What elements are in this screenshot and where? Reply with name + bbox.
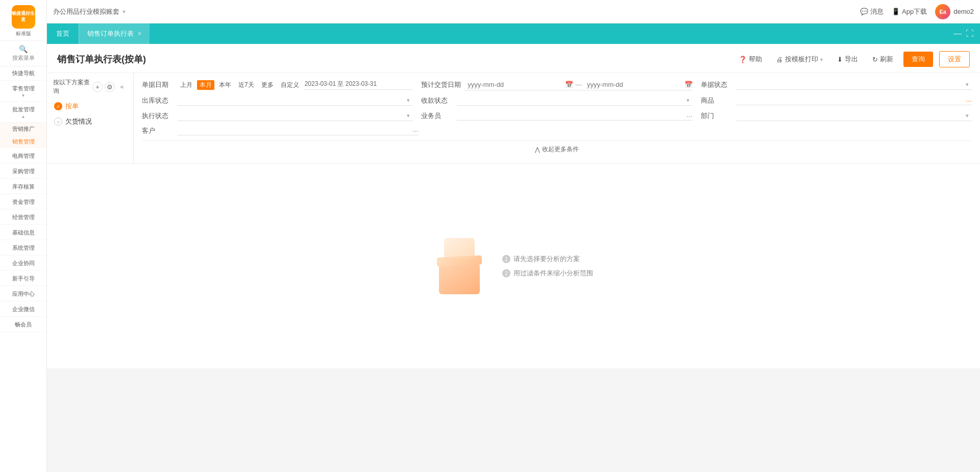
apps-label: 应用中心 xyxy=(12,290,35,298)
doc-status-label: 单据状态 xyxy=(701,80,737,89)
refresh-label: 刷新 xyxy=(880,55,893,64)
topbar-left: 办公用品行业模拟账套 ▾ xyxy=(53,7,126,16)
maximize-icon[interactable]: ⛶ xyxy=(966,29,974,38)
export-button[interactable]: ⬇ 导出 xyxy=(833,53,862,66)
collect-status-arrow-icon: ▾ xyxy=(687,97,690,104)
step-1-text: 请先选择要分析的方案 xyxy=(513,254,580,264)
enterprise-label: 企业协同 xyxy=(12,259,35,267)
breadcrumb: 办公用品行业模拟账套 xyxy=(53,7,119,16)
sidebar-item-enterprise[interactable]: 企业协同 xyxy=(0,255,46,271)
wechat-label: 企业微信 xyxy=(12,305,35,313)
date-tag-custom[interactable]: 自定义 xyxy=(278,80,302,90)
date-tag-this-year[interactable]: 本年 xyxy=(216,80,234,90)
filter-group-exec-status: 执行状态 ▾ xyxy=(142,111,413,121)
empty-step-1: 1 请先选择要分析的方案 xyxy=(502,254,593,264)
print-button[interactable]: 🖨 按模板打印 ▾ xyxy=(772,53,827,66)
out-status-label: 出库状态 xyxy=(142,96,178,105)
collapse-up-icon: ⋀ xyxy=(535,146,540,153)
customer-more-icon[interactable]: ··· xyxy=(412,127,419,135)
help-label: 帮助 xyxy=(749,55,762,64)
empty-text-block: 1 请先选择要分析的方案 2 用过滤条件来缩小分析范围 xyxy=(502,254,593,278)
doc-status-arrow-icon: ▾ xyxy=(966,81,969,88)
sidebar-item-member[interactable]: 畅会员 xyxy=(0,317,46,332)
topbar-right: 💬 消息 📱 App下载 Ea demo2 xyxy=(860,4,974,19)
system-label: 系统管理 xyxy=(12,244,35,252)
out-status-select[interactable]: ▾ xyxy=(178,96,413,106)
sidebar-item-operations[interactable]: 经营管理 xyxy=(0,209,46,225)
filter-group-salesman: 业务员 ··· xyxy=(421,111,692,121)
sidebar-item-ecommerce[interactable]: 电商管理 xyxy=(0,148,46,163)
filter-panel: 按以下方案查询 + ⚙ « ✓ 按单 ○ 欠货情况 xyxy=(47,73,980,163)
date-tag-7days[interactable]: 近7天 xyxy=(236,80,257,90)
marketing-label: 营销推广 xyxy=(12,125,35,133)
tab-close-icon[interactable]: × xyxy=(138,30,141,37)
user-menu[interactable]: Ea demo2 xyxy=(935,4,974,19)
search-button[interactable]: 查询 xyxy=(903,52,933,67)
scheme-shortage-label: 欠货情况 xyxy=(65,117,92,126)
sidebar-item-finance[interactable]: 资金管理 xyxy=(0,194,46,209)
date-range-text: 2023-03-01 至 2023-03-31 xyxy=(305,80,377,88)
tab-home[interactable]: 首页 xyxy=(47,23,79,44)
quick-nav[interactable]: 快捷导航 xyxy=(0,66,46,81)
calendar-start-icon[interactable]: 📅 xyxy=(565,81,573,88)
date-tag-last-month[interactable]: 上月 xyxy=(178,80,195,90)
dept-select[interactable]: ▾ xyxy=(737,111,972,121)
sidebar-item-basic[interactable]: 基础信息 xyxy=(0,225,46,240)
scheme-item-by-order[interactable]: ✓ 按单 xyxy=(47,99,133,114)
app-download-button[interactable]: 📱 App下载 xyxy=(892,7,927,16)
search-menu[interactable]: 🔍 搜索菜单 xyxy=(0,41,46,66)
exec-status-label: 执行状态 xyxy=(142,111,178,121)
sidebar-item-inventory[interactable]: 库存核算 xyxy=(0,179,46,194)
expected-date-end[interactable] xyxy=(584,79,682,90)
out-status-arrow-icon: ▾ xyxy=(407,97,410,104)
refresh-button[interactable]: ↻ 刷新 xyxy=(868,53,897,66)
logo-icon: 畅捷通好生意 xyxy=(12,5,35,29)
sidebar-item-wholesale[interactable]: 批发管理 ▴ xyxy=(0,102,46,123)
sidebar-item-guide[interactable]: 新手引导 xyxy=(0,271,46,286)
breadcrumb-arrow[interactable]: ▾ xyxy=(122,8,126,15)
sidebar-item-retail[interactable]: 零售管理 ▾ xyxy=(0,81,46,102)
salesman-more-icon[interactable]: ··· xyxy=(687,112,693,120)
doc-status-select[interactable]: ▾ xyxy=(737,80,972,90)
scheme-actions: + ⚙ « xyxy=(92,82,127,92)
sidebar-item-marketing[interactable]: 营销推广 xyxy=(0,123,46,135)
collapse-scheme-button[interactable]: « xyxy=(117,82,127,92)
help-button[interactable]: ❓ 帮助 xyxy=(734,53,766,66)
scheme-active-icon: ✓ xyxy=(54,102,62,110)
app-logo: 畅捷通好生意 标准版 xyxy=(0,0,46,41)
date-tag-more[interactable]: 更多 xyxy=(259,80,276,90)
export-icon: ⬇ xyxy=(837,56,843,63)
expected-date-start[interactable] xyxy=(464,79,563,90)
refresh-icon: ↻ xyxy=(872,56,878,63)
calendar-end-icon[interactable]: 📅 xyxy=(684,81,693,88)
exec-status-select[interactable]: ▾ xyxy=(178,111,413,121)
message-button[interactable]: 💬 消息 xyxy=(860,7,884,16)
collect-status-select[interactable]: ▾ xyxy=(457,96,692,106)
sidebar-item-purchase[interactable]: 采购管理 xyxy=(0,163,46,179)
filter-group-out-status: 出库状态 ▾ xyxy=(142,96,413,106)
quick-nav-label: 快捷导航 xyxy=(12,69,35,77)
filter-scheme-panel: 按以下方案查询 + ⚙ « ✓ 按单 ○ 欠货情况 xyxy=(47,73,134,163)
add-scheme-button[interactable]: + xyxy=(92,82,103,92)
dept-arrow-icon: ▾ xyxy=(966,112,969,119)
settings-button[interactable]: 设置 xyxy=(939,51,970,67)
tab-sales-execution[interactable]: 销售订单执行表 × xyxy=(79,23,150,44)
filter-group-date: 单据日期 上月 本月 本年 近7天 更多 自定义 2023- xyxy=(142,80,413,90)
sidebar-item-sales[interactable]: 销售管理 xyxy=(0,135,46,148)
scheme-item-shortage[interactable]: ○ 欠货情况 xyxy=(47,114,133,129)
date-separator: — xyxy=(575,81,582,88)
sidebar-item-system[interactable]: 系统管理 xyxy=(0,240,46,255)
expected-date-label: 预计交货日期 xyxy=(421,80,464,89)
sidebar-item-apps[interactable]: 应用中心 xyxy=(0,286,46,301)
collapse-more-button[interactable]: ⋀ 收起更多条件 xyxy=(142,140,972,157)
page-actions: ❓ 帮助 🖨 按模板打印 ▾ ⬇ 导出 ↻ 刷新 查询 设置 xyxy=(734,51,970,67)
topbar: 办公用品行业模拟账套 ▾ 💬 消息 📱 App下载 Ea demo2 xyxy=(47,0,980,23)
settings-scheme-button[interactable]: ⚙ xyxy=(105,82,115,92)
sidebar-item-wechat[interactable]: 企业微信 xyxy=(0,301,46,317)
wholesale-sub-items: 营销推广 销售管理 xyxy=(0,123,46,148)
date-tags: 上月 本月 本年 近7天 更多 自定义 xyxy=(178,80,302,90)
date-tag-this-month[interactable]: 本月 xyxy=(197,80,214,90)
goods-more-icon[interactable]: ··· xyxy=(966,97,972,105)
empty-illustration xyxy=(434,238,490,294)
minimize-icon[interactable]: — xyxy=(953,29,962,38)
